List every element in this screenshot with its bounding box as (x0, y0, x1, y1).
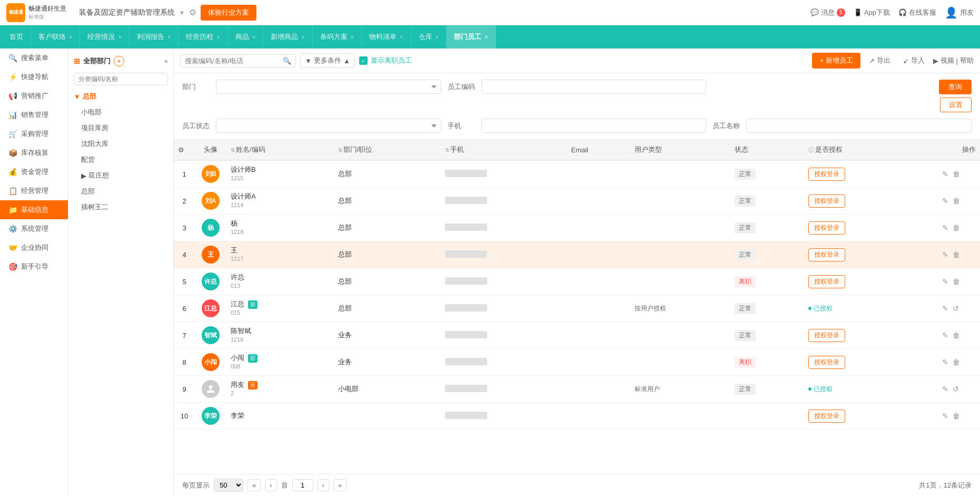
tab-bom[interactable]: 物料清单 × (362, 25, 411, 48)
tab-bom-close[interactable]: × (400, 34, 403, 40)
refresh-icon[interactable]: ↺ (953, 385, 959, 393)
message-btn[interactable]: 💬 消息 5 (810, 8, 845, 17)
auth-login-btn[interactable]: 授权登录 (808, 329, 845, 342)
dept-add-btn[interactable]: + (114, 56, 124, 66)
tab-history-close[interactable]: × (216, 34, 220, 40)
auth-login-btn[interactable]: 授权登录 (808, 356, 845, 369)
dept-collapse-btn[interactable]: « (164, 57, 168, 65)
tab-customer-close[interactable]: × (69, 34, 72, 40)
first-page-btn[interactable]: « (248, 479, 261, 491)
sidebar-item-basic[interactable]: 📁 基础信息 (0, 200, 68, 219)
delete-icon[interactable]: 🗑 (953, 412, 960, 420)
tab-warehouse[interactable]: 仓库 × (411, 25, 447, 48)
try-btn[interactable]: 体验行业方案 (201, 5, 256, 21)
online-service-btn[interactable]: 🎧 在线客服 (898, 8, 936, 17)
sidebar-item-shortcuts[interactable]: ⚡ 快捷导航 (0, 67, 68, 86)
tab-profit[interactable]: 利润报告 × (130, 25, 179, 48)
sidebar-item-guide[interactable]: 🎯 新手引导 (0, 257, 68, 276)
tab-customer[interactable]: 客户联络 × (31, 25, 80, 48)
edit-icon[interactable]: ✎ (942, 223, 948, 232)
gear-icon[interactable]: ⚙ (189, 7, 196, 17)
phone-filter-input[interactable] (481, 119, 707, 133)
next-page-btn[interactable]: › (318, 479, 329, 491)
sidebar-item-purchase[interactable]: 🛒 采购管理 (0, 124, 68, 143)
dept-tree-item-shuangzhuang[interactable]: ▶ 双庄想 (68, 168, 173, 183)
status-filter-select[interactable] (216, 119, 441, 133)
col-phone[interactable]: ⇅手机 (441, 140, 567, 160)
per-page-select[interactable]: 50 100 (214, 479, 243, 492)
add-employee-btn[interactable]: + 新增员工 (812, 53, 860, 69)
tab-operation[interactable]: 经营情况 × (80, 25, 129, 48)
tab-department[interactable]: 部门员工 × (447, 25, 496, 48)
edit-icon[interactable]: ✎ (942, 331, 948, 339)
app-download-btn[interactable]: 📱 App下载 (854, 8, 890, 17)
tab-history[interactable]: 经营历程 × (179, 25, 227, 48)
col-name[interactable]: ⇅姓名/编码 (226, 140, 334, 160)
last-page-btn[interactable]: » (333, 479, 347, 491)
sidebar-item-system[interactable]: ⚙️ 系统管理 (0, 219, 68, 238)
delete-icon[interactable]: 🗑 (953, 250, 960, 259)
edit-icon[interactable]: ✎ (942, 170, 948, 178)
more-filter-btn[interactable]: ▼ 更多条件 ▲ (300, 53, 355, 68)
settings-btn2[interactable]: 设置 (940, 98, 972, 112)
delete-icon[interactable]: 🗑 (953, 170, 960, 178)
sidebar-item-management[interactable]: 📋 经营管理 (0, 181, 68, 200)
dept-tree-item-xiangmu[interactable]: 项目库房 (68, 120, 173, 136)
auth-login-btn[interactable]: 授权登录 (808, 194, 845, 208)
edit-icon[interactable]: ✎ (942, 358, 948, 366)
edit-icon[interactable]: ✎ (942, 277, 948, 286)
dept-tree-item-chashuwang[interactable]: 插树王二 (68, 199, 173, 215)
edit-icon[interactable]: ✎ (942, 385, 948, 393)
edit-icon[interactable]: ✎ (942, 197, 948, 205)
tab-new-goods[interactable]: 新增商品 × (263, 25, 312, 48)
dept-filter-select[interactable] (216, 80, 441, 94)
sidebar-item-search[interactable]: 🔍 搜索菜单 (0, 48, 68, 67)
col-settings[interactable]: ⚙ (174, 140, 195, 160)
page-num-input[interactable] (292, 479, 313, 491)
auth-login-btn[interactable]: 授权登录 (808, 221, 845, 235)
tab-home[interactable]: 首页 (2, 25, 31, 48)
auth-login-btn[interactable]: 授权登录 (808, 168, 845, 181)
import-btn[interactable]: ↙ 导入 (899, 54, 929, 67)
user-menu[interactable]: 👤 用友 (945, 6, 974, 19)
delete-icon[interactable]: 🗑 (953, 331, 960, 339)
delete-icon[interactable]: 🗑 (953, 358, 960, 366)
dept-tree-item-shenyang[interactable]: 沈阳大库 (68, 136, 173, 152)
dept-search-input[interactable] (74, 73, 168, 85)
sidebar-item-inventory[interactable]: 📦 库存核算 (0, 143, 68, 162)
tab-warehouse-close[interactable]: × (435, 34, 439, 40)
dept-tree-item-zongbu2[interactable]: 总部 (68, 183, 173, 199)
sidebar-item-finance[interactable]: 💰 资金管理 (0, 162, 68, 181)
delete-icon[interactable]: 🗑 (953, 223, 960, 232)
sidebar-item-collab[interactable]: 🤝 企业协同 (0, 238, 68, 257)
sidebar-item-sales[interactable]: 📊 销售管理 (0, 105, 68, 124)
edit-icon[interactable]: ✎ (942, 250, 948, 259)
col-dept[interactable]: ⇅部门/职位 (334, 140, 441, 160)
edit-icon[interactable]: ✎ (942, 304, 948, 313)
edit-icon[interactable]: ✎ (942, 412, 948, 420)
tab-barcode[interactable]: 条码方案 × (313, 25, 362, 48)
tab-new-goods-close[interactable]: × (301, 34, 304, 40)
auth-login-btn[interactable]: 授权登录 (808, 275, 845, 288)
tab-department-close[interactable]: × (484, 34, 488, 40)
delete-icon[interactable]: 🗑 (953, 277, 960, 286)
sidebar-item-marketing[interactable]: 📢 营销推广 (0, 86, 68, 105)
tab-goods[interactable]: 商品 × (228, 25, 263, 48)
tab-operation-close[interactable]: × (118, 34, 121, 40)
show-resigned-toggle[interactable]: ✓ 显示离职员工 (359, 56, 412, 65)
search-input[interactable] (185, 57, 280, 65)
dept-tree-item-xiaodian[interactable]: 小电部 (68, 104, 173, 120)
query-btn[interactable]: 查询 (939, 80, 972, 94)
tab-goods-close[interactable]: × (252, 34, 255, 40)
empcode-filter-input[interactable] (481, 80, 707, 94)
auth-login-btn[interactable]: 授权登录 (808, 410, 845, 423)
resigned-checkbox[interactable]: ✓ (359, 56, 368, 65)
dept-tree-item-root[interactable]: ▼ 总部 (68, 89, 173, 104)
delete-icon[interactable]: 🗑 (953, 197, 960, 205)
tab-barcode-close[interactable]: × (351, 34, 354, 40)
auth-login-btn[interactable]: 授权登录 (808, 248, 845, 261)
tab-profit-close[interactable]: × (167, 34, 171, 40)
prev-page-btn[interactable]: ‹ (265, 479, 276, 491)
export-btn[interactable]: ↗ 导出 (865, 54, 895, 67)
dept-tree-item-peihuo[interactable]: 配货 (68, 152, 173, 168)
